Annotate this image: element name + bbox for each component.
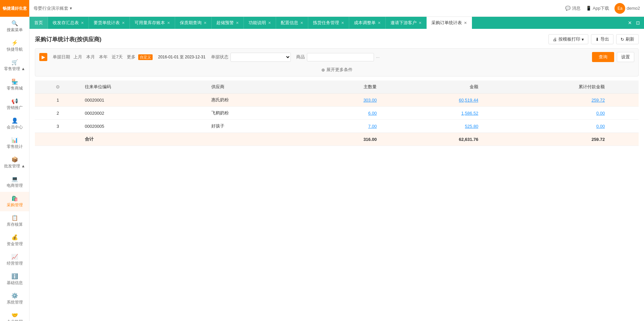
sidebar-icon-basic-info: ℹ️ (11, 273, 18, 279)
row-qty[interactable]: 303.00 (302, 94, 381, 107)
tab-close-pick-task[interactable]: ✕ (341, 21, 344, 25)
tab-expiry-query[interactable]: 保质期查询✕ (175, 17, 212, 29)
th-amount: 金额 (381, 81, 482, 94)
sidebar-icon-marketing: 📢 (11, 98, 18, 104)
sidebar-item-retail-mall[interactable]: 🏪 零售商城 (0, 75, 29, 95)
sidebar: 畅捷通好生意 🔍 搜索菜单 ⚡ 快捷导航 🛒 零售管理 ▲ 🏪 零售商城 📢 营… (0, 0, 30, 321)
column-settings-icon[interactable]: ⚙ (56, 84, 60, 90)
tab-label-config-info: 配置信息 (281, 20, 298, 26)
footer-amount: 62,631.76 (381, 133, 482, 146)
sidebar-icon-operations: 📈 (11, 254, 18, 260)
row-paid[interactable]: 259.72 (482, 94, 609, 107)
row-extra (609, 120, 639, 133)
tab-inventory-book[interactable]: 可用量库存账本✕ (130, 17, 175, 29)
sidebar-item-wholesale[interactable]: 📦 批发管理 ▲ (0, 153, 29, 172)
message-action[interactable]: 💬 消息 (565, 5, 581, 11)
row-amount[interactable]: 1,586.52 (381, 107, 482, 120)
th-code: 往来单位编码 (81, 81, 207, 94)
content-area: 采购订单统计表(按供应商) 🖨 按模板打印 ▾ ⬇ 导出 ↻ 刷新 (30, 29, 644, 321)
tab-function-desc[interactable]: 功能说明✕ (244, 17, 276, 29)
filter-date-item: 单据日期 上月 本月 本年 近7天 更多 自定义 (53, 53, 153, 61)
status-select[interactable] (230, 53, 291, 62)
export-button[interactable]: ⬇ 导出 (591, 34, 613, 44)
data-table: ⚙ 往来单位编码 供应商 主数量 金额 累计付款金额 1 00020001 惠氏… (35, 81, 639, 146)
sidebar-item-finance[interactable]: 💰 资金管理 (0, 231, 29, 250)
goods-label: 商品 (296, 54, 305, 60)
filter-bar: ▶ 单据日期 上月 本月 本年 近7天 更多 自定义 (35, 48, 639, 76)
filter-row-1: ▶ 单据日期 上月 本月 本年 近7天 更多 自定义 (39, 52, 634, 62)
close-tab-button[interactable]: ✕ (627, 19, 633, 26)
sidebar-label-ecommerce: 电商管理 (7, 183, 23, 189)
tab-close-receive-summary[interactable]: ✕ (81, 21, 84, 25)
tab-close-function-desc[interactable]: ✕ (268, 21, 271, 25)
tab-config-info[interactable]: 配置信息✕ (276, 17, 308, 29)
row-code: 00020005 (81, 120, 207, 133)
sidebar-label-retail-mall: 零售商城 (7, 86, 23, 91)
avatar: Ea (614, 3, 625, 14)
settings-button[interactable]: 设置 (617, 52, 634, 62)
footer-paid: 259.72 (482, 133, 609, 146)
sidebar-item-operations[interactable]: 📈 经营管理 (0, 250, 29, 270)
tab-pick-task[interactable]: 拣货任务管理✕ (308, 17, 349, 29)
date-last-month[interactable]: 上月 (72, 53, 84, 61)
tab-invite-downstream[interactable]: 邀请下游客户✕ (386, 17, 427, 29)
sidebar-item-basic-info[interactable]: ℹ️ 基础信息 (0, 270, 29, 289)
row-amount[interactable]: 525.80 (381, 120, 482, 133)
tab-close-cost-adjust[interactable]: ✕ (378, 21, 381, 25)
tab-order-summary[interactable]: 要货单统计表✕ (89, 17, 130, 29)
date-more[interactable]: 更多 (125, 53, 137, 61)
table-footer-row: 合计 316.00 62,631.76 259.72 (35, 133, 639, 146)
row-paid[interactable]: 0.00 (482, 120, 609, 133)
goods-input[interactable] (307, 53, 374, 61)
date-7days[interactable]: 近7天 (110, 53, 124, 61)
sidebar-item-ecommerce[interactable]: 💻 电商管理 (0, 172, 29, 192)
tab-close-overstock-alert[interactable]: ✕ (236, 21, 239, 25)
tab-label-function-desc: 功能说明 (249, 20, 266, 26)
tab-close-order-summary[interactable]: ✕ (122, 21, 125, 25)
tab-cost-adjust[interactable]: 成本调整单✕ (349, 17, 386, 29)
sidebar-item-purchase[interactable]: 🛍️ 采购管理 (0, 192, 29, 211)
expand-more-button[interactable]: ⊕ 展开更多条件 (321, 67, 353, 73)
row-supplier: 好孩子 (207, 120, 302, 133)
print-button[interactable]: 🖨 按模板打印 ▾ (548, 34, 588, 44)
row-extra (609, 107, 639, 120)
tab-home[interactable]: 首页 (30, 17, 48, 29)
sidebar-item-system[interactable]: ⚙️ 系统管理 (0, 289, 29, 309)
maximize-tab-button[interactable]: ⊡ (635, 19, 641, 26)
tab-close-config-info[interactable]: ✕ (300, 21, 303, 25)
sidebar-item-search[interactable]: 🔍 搜索菜单 (0, 17, 29, 36)
sidebar-item-inventory[interactable]: 📋 库存核算 (0, 211, 29, 231)
footer-qty: 316.00 (302, 133, 381, 146)
row-qty[interactable]: 7.00 (302, 120, 381, 133)
sidebar-item-marketing[interactable]: 📢 营销推广 (0, 95, 29, 114)
tab-purchase-summary[interactable]: 采购订单统计表✕ (427, 17, 472, 29)
row-paid[interactable]: 0.00 (482, 107, 609, 120)
date-this-month[interactable]: 本月 (85, 53, 96, 61)
sidebar-item-enterprise[interactable]: 🤝 企业协同 (0, 309, 29, 321)
sidebar-item-member[interactable]: 👤 会员中心 (0, 114, 29, 133)
user-profile[interactable]: Ea demo2 (614, 3, 640, 14)
tab-receive-summary[interactable]: 收发存汇总表✕ (48, 17, 89, 29)
th-extra (609, 81, 639, 94)
tab-close-expiry-query[interactable]: ✕ (204, 21, 207, 25)
row-extra (609, 94, 639, 107)
app-download-action[interactable]: 📱 App下载 (586, 5, 609, 11)
sidebar-item-retail[interactable]: 🛒 零售管理 ▲ (0, 56, 29, 75)
sidebar-label-wholesale: 批发管理 ▲ (4, 163, 25, 169)
tab-label-inventory-book: 可用量库存账本 (135, 20, 165, 26)
query-button[interactable]: 查询 (592, 52, 614, 62)
sidebar-item-retail-stats[interactable]: 📊 零售统计 (0, 133, 29, 153)
date-this-year[interactable]: 本年 (98, 53, 109, 61)
sidebar-item-quick-nav[interactable]: ⚡ 快捷导航 (0, 36, 29, 56)
row-qty[interactable]: 6.00 (302, 107, 381, 120)
filter-goods-item: 商品 ··· (296, 53, 380, 61)
row-amount[interactable]: 60,519.44 (381, 94, 482, 107)
filter-toggle-button[interactable]: ▶ (39, 53, 47, 61)
tab-close-inventory-book[interactable]: ✕ (167, 21, 170, 25)
refresh-button[interactable]: ↻ 刷新 (616, 34, 639, 44)
tab-close-purchase-summary[interactable]: ✕ (464, 21, 467, 25)
date-custom-tag[interactable]: 自定义 (138, 54, 153, 60)
tab-overstock-alert[interactable]: 超储预警✕ (212, 17, 244, 29)
breadcrumb-text: 母婴行业演示账套 (34, 5, 68, 11)
tab-close-invite-downstream[interactable]: ✕ (419, 21, 422, 25)
